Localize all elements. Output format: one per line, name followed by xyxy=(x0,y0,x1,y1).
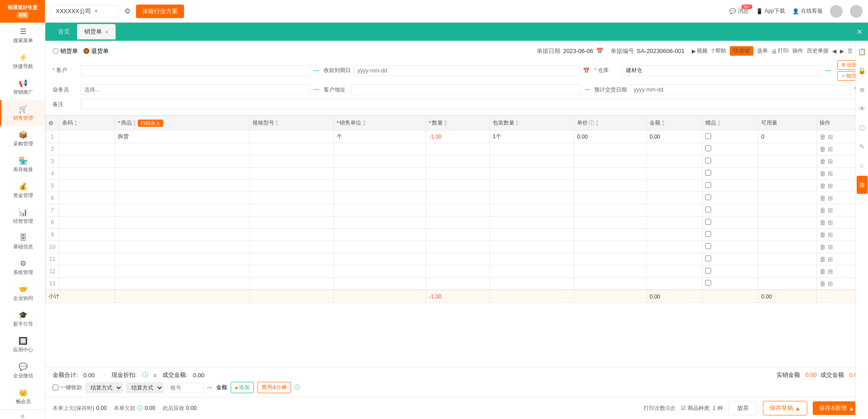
delivery-date-input[interactable] xyxy=(630,84,851,95)
copy-row-icon-8[interactable]: ⊞ xyxy=(828,231,833,238)
right-btn-3[interactable]: ⊕ xyxy=(857,81,868,99)
copy-row-icon-7[interactable]: ⊞ xyxy=(828,219,833,226)
gift-checkbox-7[interactable] xyxy=(705,219,711,225)
sidebar-item-11[interactable]: 🎓新手引导 xyxy=(0,306,45,332)
right-btn-1[interactable]: 📋 xyxy=(857,43,868,61)
history-btn[interactable]: 历史单据 xyxy=(807,47,829,55)
radio-return[interactable]: 退货单 xyxy=(83,47,109,55)
customer-dots-icon[interactable]: ··· xyxy=(314,67,319,74)
one-click-pay-input[interactable] xyxy=(53,385,58,390)
discount-info-icon[interactable]: ⓘ xyxy=(142,371,148,379)
delete-row-icon-10[interactable]: 🗑 xyxy=(820,255,826,263)
right-btn-4[interactable]: 👁 xyxy=(857,100,868,118)
add-payment-btn[interactable]: ● 添加 xyxy=(231,382,254,393)
copy-row-icon-5[interactable]: ⊞ xyxy=(828,194,833,202)
copy-row-icon-3[interactable]: ⊞ xyxy=(828,170,833,177)
debit-icon[interactable]: ⓘ xyxy=(137,405,143,412)
right-btn-2[interactable]: 🔒 xyxy=(857,62,868,80)
delete-row-icon-6[interactable]: 🗑 xyxy=(820,207,826,214)
message-btn[interactable]: 💬 消息 99+ xyxy=(729,7,749,15)
customer-input[interactable] xyxy=(80,65,311,76)
save-draft-btn[interactable]: 保存草稿 ▲ xyxy=(763,401,808,415)
copy-row-icon-2[interactable]: ⊞ xyxy=(828,158,833,165)
gift-checkbox-0[interactable] xyxy=(705,133,711,139)
copy-row-icon-9[interactable]: ⊞ xyxy=(828,243,833,250)
operate-btn[interactable]: 操作 xyxy=(792,47,803,55)
delete-row-icon-1[interactable]: 🗑 xyxy=(820,145,826,153)
delete-row-icon-9[interactable]: 🗑 xyxy=(820,243,826,250)
right-btn-7[interactable]: ☆ xyxy=(857,157,868,175)
date-calendar-icon[interactable]: 📅 xyxy=(596,48,603,54)
gift-checkbox-9[interactable] xyxy=(705,243,711,249)
sidebar-item-13[interactable]: 💬企业微信 xyxy=(0,358,45,384)
warehouse-input[interactable] xyxy=(622,65,823,76)
delete-row-icon-5[interactable]: 🗑 xyxy=(820,194,826,202)
delete-row-icon-12[interactable]: 🗑 xyxy=(820,280,826,287)
prev-icon[interactable]: ◀ xyxy=(832,48,836,54)
copy-row-icon-1[interactable]: ⊞ xyxy=(828,145,833,153)
delete-row-icon-7[interactable]: 🗑 xyxy=(820,219,826,226)
salesperson-input[interactable] xyxy=(80,84,311,95)
discard-btn[interactable]: 放弃 xyxy=(728,401,757,415)
gift-checkbox-1[interactable] xyxy=(705,145,711,151)
customer-addr-input[interactable] xyxy=(351,84,582,95)
print-btn[interactable]: 🖨 打印 xyxy=(771,47,789,55)
copy-row-icon-11[interactable]: ⊞ xyxy=(828,268,833,275)
list-view-icon[interactable]: ☰ xyxy=(848,48,853,54)
account-select[interactable]: 结算方式 xyxy=(126,382,164,393)
addr-dots-icon[interactable]: ··· xyxy=(585,86,590,93)
copy-row-icon-0[interactable]: ⊞ xyxy=(828,133,833,140)
trial-button[interactable]: 体验行业方案 xyxy=(136,5,184,18)
fee-btn[interactable]: 费用&分摊 xyxy=(257,382,291,393)
gift-checkbox-2[interactable] xyxy=(705,158,711,164)
one-click-pay-checkbox[interactable]: 一键收款 xyxy=(53,384,82,391)
collection-date-calendar-icon[interactable]: 📅 xyxy=(583,67,590,74)
topbar-settings-icon[interactable]: ⚙ xyxy=(122,5,132,17)
delete-row-icon-8[interactable]: 🗑 xyxy=(820,231,826,238)
sidebar-item-5[interactable]: 🏪库存核算 xyxy=(0,152,45,178)
radio-sale-input[interactable] xyxy=(53,48,58,54)
copy-row-icon-6[interactable]: ⊞ xyxy=(828,207,833,214)
sidebar-item-12[interactable]: 🔲应用中心 xyxy=(0,332,45,358)
copy-row-icon-4[interactable]: ⊞ xyxy=(828,182,833,189)
sidebar-item-2[interactable]: 📢营销推广 xyxy=(0,74,45,100)
collection-date-input[interactable] xyxy=(354,65,581,76)
gift-checkbox-11[interactable] xyxy=(705,268,711,274)
sidebar-item-4[interactable]: 📦采购管理 xyxy=(0,126,45,152)
user-avatar[interactable] xyxy=(830,5,843,18)
sidebar-settings[interactable]: ⚙ xyxy=(0,410,45,419)
delete-row-icon-2[interactable]: 🗑 xyxy=(820,158,826,165)
next-icon[interactable]: ▶ xyxy=(840,48,844,54)
delete-row-icon-4[interactable]: 🗑 xyxy=(820,182,826,189)
account-dots-icon[interactable]: ··· xyxy=(207,384,213,391)
right-btn-6[interactable]: ✎ xyxy=(857,138,868,156)
delete-row-icon-11[interactable]: 🗑 xyxy=(820,268,826,275)
product-type[interactable]: ☑ 商品种类: 1 种 xyxy=(681,405,723,412)
tab-close-icon[interactable]: ✕ xyxy=(105,29,108,34)
sidebar-item-3[interactable]: 🛒销售管理 xyxy=(0,100,45,126)
gift-checkbox-10[interactable] xyxy=(705,255,711,261)
sidebar-item-9[interactable]: ⚙系统管理 xyxy=(0,255,45,280)
save-new-btn[interactable]: 保存&新增 ▲ xyxy=(813,401,861,415)
salesperson-dots-icon[interactable]: ··· xyxy=(314,86,319,93)
online-support-btn[interactable]: 👤 在线客服 xyxy=(792,7,823,15)
fee-info-icon[interactable]: ⓘ xyxy=(295,384,300,391)
sidebar-item-0[interactable]: ☰搜索菜单 xyxy=(0,23,45,48)
close-all-tabs-icon[interactable]: ✕ xyxy=(857,28,863,36)
price-info-icon[interactable]: ⓘ xyxy=(589,119,594,127)
account-input[interactable] xyxy=(167,383,204,393)
sidebar-item-8[interactable]: 🗄基础信息 xyxy=(0,229,45,255)
right-btn-8[interactable]: ⊞ xyxy=(857,176,868,194)
shortcut-btn[interactable]: 快捷键 xyxy=(730,46,753,56)
delete-row-icon-3[interactable]: 🗑 xyxy=(820,170,826,177)
col-settings-icon[interactable]: ⚙ xyxy=(48,120,53,126)
sidebar-item-1[interactable]: ⚡快捷导航 xyxy=(0,48,45,74)
sidebar-item-7[interactable]: 📊经营管理 xyxy=(0,203,45,229)
pick-btn[interactable]: 选单 xyxy=(757,47,768,55)
tab-sale-order[interactable]: 销货单 ✕ xyxy=(77,24,116,39)
copy-row-icon-12[interactable]: ⊞ xyxy=(828,280,833,287)
gift-checkbox-4[interactable] xyxy=(705,182,711,188)
warehouse-dots-icon[interactable]: ··· xyxy=(825,67,831,74)
tab-home[interactable]: 首页 xyxy=(51,24,77,39)
app-download-btn[interactable]: 📱 App下载 xyxy=(756,7,785,15)
